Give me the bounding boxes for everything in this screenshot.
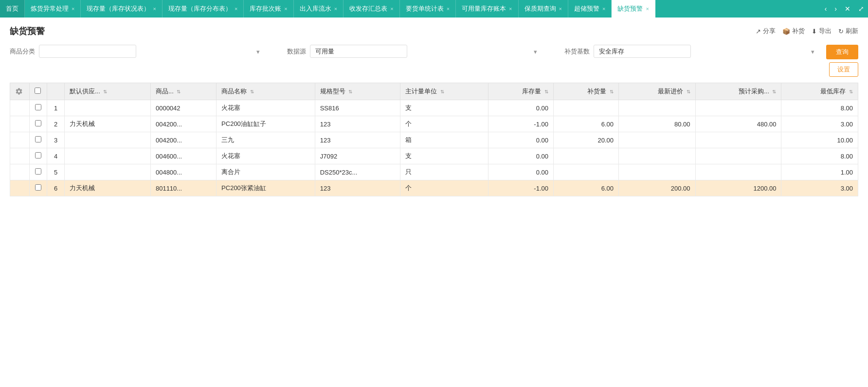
row-checkbox-2[interactable] [35, 136, 41, 142]
sort-icon-code: ⇅ [177, 89, 181, 94]
sort-icon-unit: ⇅ [440, 89, 444, 94]
cell-unit-2: 箱 [400, 132, 488, 148]
close-tab-inout-flow[interactable]: × [334, 6, 337, 12]
sort-icon-spec: ⇅ [348, 89, 352, 94]
refresh-button[interactable]: ↻ 刷新 [838, 27, 858, 35]
cell-supplier-3 [65, 148, 151, 164]
tab-home[interactable]: 首页 [0, 0, 25, 18]
table-row: 4 004600... 火花塞 J7092 支 0.00 8.00 [10, 148, 858, 164]
cell-name-0: 火花塞 [217, 100, 315, 116]
cell-unit-4: 只 [400, 164, 488, 180]
replenish-base-select[interactable]: 安全库存 [594, 45, 691, 58]
cell-stock-2: 0.00 [488, 132, 553, 148]
th-min-stock[interactable]: 最低库存 ⇅ [781, 83, 858, 100]
row-checkbox-3[interactable] [35, 152, 41, 158]
th-product-code[interactable]: 商品... ⇅ [150, 83, 216, 100]
tab-prev-button[interactable]: ‹ [821, 0, 831, 18]
cell-stock-4: 0.00 [488, 164, 553, 180]
cell-name-1: PC200油缸缸子 [217, 116, 315, 132]
cell-checkbox-3[interactable] [30, 148, 47, 164]
close-tab-inventory-status[interactable]: × [153, 6, 156, 12]
refresh-icon: ↻ [838, 28, 844, 35]
cell-replenish-1: 6.00 [553, 116, 618, 132]
close-tab-shortage[interactable]: × [646, 6, 649, 12]
tab-overstock[interactable]: 超储预警 × [568, 0, 612, 18]
sort-icon-replenish: ⇅ [610, 89, 614, 94]
cell-settings-5 [10, 180, 30, 196]
cell-spec-5: 123 [315, 180, 400, 196]
close-tab-exception[interactable]: × [72, 6, 74, 12]
cell-rownum-0: 1 [47, 100, 65, 116]
th-spec[interactable]: 规格型号 ⇅ [315, 83, 400, 100]
tab-batch[interactable]: 库存批次账 × [244, 0, 293, 18]
datasource-select[interactable]: 可用量 [310, 45, 407, 58]
tab-close-button[interactable]: ✕ [841, 0, 854, 18]
cell-name-4: 离合片 [217, 164, 315, 180]
category-select[interactable] [39, 45, 136, 58]
close-tab-available[interactable]: × [509, 6, 512, 12]
th-unit[interactable]: 主计量单位 ⇅ [400, 83, 488, 100]
close-tab-demand[interactable]: × [447, 6, 450, 12]
replenish-base-label: 补货基数 [564, 47, 590, 56]
tab-expiry[interactable]: 保质期查询 × [519, 0, 568, 18]
cell-checkbox-1[interactable] [30, 116, 47, 132]
close-tab-inventory-dist[interactable]: × [235, 6, 237, 12]
cell-checkbox-4[interactable] [30, 164, 47, 180]
settings-button[interactable]: 设置 [829, 62, 858, 77]
replenish-button[interactable]: 📦 补货 [782, 27, 805, 35]
cell-minstock-2: 10.00 [781, 132, 858, 148]
th-default-supplier[interactable]: 默认供应... ⇅ [65, 83, 151, 100]
th-replenish-qty[interactable]: 补货量 ⇅ [553, 83, 618, 100]
tab-available[interactable]: 可用量库存账本 × [456, 0, 518, 18]
cell-settings-0 [10, 100, 30, 116]
tab-bar: 首页 炼货异常处理 × 现存量（库存状况表） × 现存量（库存分布表） × 库存… [0, 0, 868, 18]
tab-fullscreen-button[interactable]: ⤢ [854, 0, 868, 18]
row-checkbox-5[interactable] [35, 184, 41, 191]
cell-supplier-0 [65, 100, 151, 116]
close-tab-batch[interactable]: × [284, 6, 287, 12]
th-latest-price[interactable]: 最新进价 ⇅ [619, 83, 695, 100]
tab-demand[interactable]: 要货单统计表 × [400, 0, 456, 18]
cell-price-3 [619, 148, 695, 164]
th-settings[interactable] [10, 83, 30, 100]
tab-next-button[interactable]: › [831, 0, 841, 18]
close-tab-collection[interactable]: × [390, 6, 393, 12]
export-button[interactable]: ⬇ 导出 [812, 27, 832, 35]
cell-code-1: 004200... [150, 116, 216, 132]
page-title: 缺货预警 [10, 25, 45, 37]
close-tab-expiry[interactable]: × [559, 6, 562, 12]
cell-checkbox-5[interactable] [30, 180, 47, 196]
tab-inventory-status[interactable]: 现存量（库存状况表） × [81, 0, 162, 18]
close-tab-overstock[interactable]: × [602, 6, 605, 12]
th-stock-qty[interactable]: 库存量 ⇅ [488, 83, 553, 100]
cell-stock-1: -1.00 [488, 116, 553, 132]
row-checkbox-1[interactable] [35, 120, 41, 126]
tab-shortage[interactable]: 缺货预警 × [612, 0, 655, 18]
cell-code-2: 004200... [150, 132, 216, 148]
tab-inventory-dist[interactable]: 现存量（库存分布表） × [163, 0, 244, 18]
cell-spec-3: J7092 [315, 148, 400, 164]
share-button[interactable]: ↗ 分享 [756, 27, 776, 35]
cell-settings-4 [10, 164, 30, 180]
tab-inout-flow[interactable]: 出入库流水 × [294, 0, 344, 18]
select-all-checkbox[interactable] [35, 88, 41, 94]
cell-replenish-2: 20.00 [553, 132, 618, 148]
cell-stock-0: 0.00 [488, 100, 553, 116]
cell-code-5: 801110... [150, 180, 216, 196]
cell-checkbox-0[interactable] [30, 100, 47, 116]
tab-exception[interactable]: 炼货异常处理 × [25, 0, 81, 18]
cell-checkbox-2[interactable] [30, 132, 47, 148]
query-button[interactable]: 查询 [826, 45, 858, 59]
cell-minstock-4: 1.00 [781, 164, 858, 180]
row-checkbox-4[interactable] [35, 168, 41, 175]
th-product-name[interactable]: 商品名称 ⇅ [217, 83, 315, 100]
row-checkbox-0[interactable] [35, 104, 41, 110]
sort-icon-min: ⇅ [849, 89, 853, 94]
gear-settings-icon[interactable] [15, 88, 23, 95]
table-row: 3 004200... 三九 123 箱 0.00 20.00 10.00 [10, 132, 858, 148]
cell-settings-1 [10, 116, 30, 132]
cell-code-4: 004800... [150, 164, 216, 180]
tab-collection[interactable]: 收发存汇总表 × [344, 0, 399, 18]
cell-supplier-4 [65, 164, 151, 180]
th-estimated-purchase[interactable]: 预计采购... ⇅ [695, 83, 781, 100]
